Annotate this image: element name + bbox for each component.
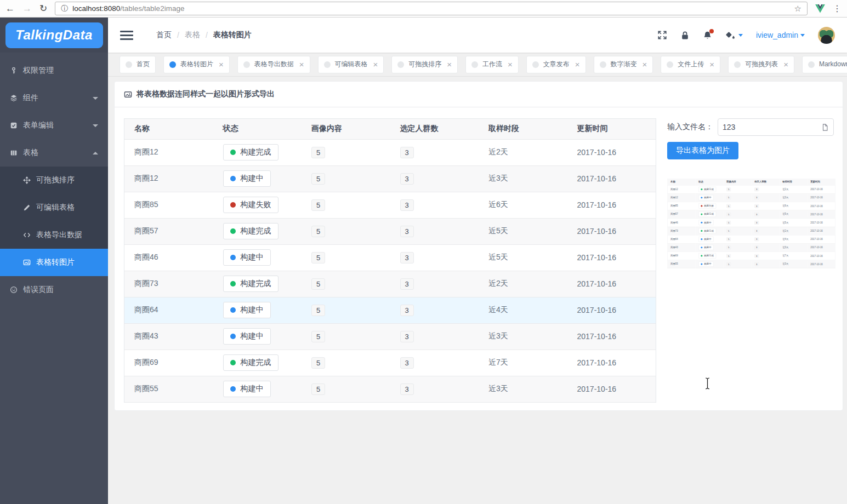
export-card: 将表格数据连同样式一起以图片形式导出 名称状态画像内容选定人群数取样时段更新时间… bbox=[114, 81, 843, 411]
table-row[interactable]: 商圈46 构建中 5 3 近5天 2017-10-16 bbox=[124, 244, 656, 271]
people-count-tag: 3 bbox=[400, 147, 414, 158]
chevron-down-icon bbox=[93, 124, 98, 127]
status-dot-icon bbox=[230, 386, 236, 392]
user-menu[interactable]: iview_admin bbox=[756, 31, 805, 39]
close-icon[interactable]: × bbox=[709, 60, 714, 68]
fullscreen-icon[interactable] bbox=[657, 30, 667, 40]
table-row[interactable]: 商圈12 构建完成 5 3 近2天 2017-10-16 bbox=[124, 139, 656, 165]
close-icon[interactable]: × bbox=[643, 60, 647, 68]
status-badge: 构建中 bbox=[698, 220, 713, 225]
sidebar-item-editable-table[interactable]: 可编辑表格 bbox=[0, 194, 108, 221]
reload-icon[interactable]: ↻ bbox=[39, 4, 47, 13]
table-row[interactable]: 商圈85 构建失败 5 3 近6天 2017-10-16 bbox=[124, 192, 656, 218]
sidebar-item-draggable-sort[interactable]: 可拖拽排序 bbox=[0, 167, 108, 194]
tab-dot-icon bbox=[532, 61, 539, 68]
cell-updated: 2017-10-16 bbox=[567, 271, 656, 297]
sidebar-item-error-pages[interactable]: 错误页面 bbox=[0, 276, 108, 303]
tab-editable-table[interactable]: 可编辑表格× bbox=[318, 56, 384, 73]
card-body: 名称状态画像内容选定人群数取样时段更新时间 商圈12 构建完成 5 3 近2天 … bbox=[115, 107, 843, 403]
tab-home[interactable]: 首页 bbox=[120, 56, 156, 73]
sidebar-item-permission[interactable]: 权限管理 bbox=[0, 57, 108, 84]
cell-updated: 2017-10-16 bbox=[807, 260, 835, 268]
table-row[interactable]: 商圈43 构建中 5 3 近3天 2017-10-16 bbox=[124, 323, 656, 350]
table-row: 商圈64 构建中 5 3 近4天 2017-10-16 bbox=[667, 235, 835, 243]
table-row[interactable]: 商圈12 构建中 5 3 近3天 2017-10-16 bbox=[124, 165, 656, 192]
theme-paint-icon[interactable] bbox=[725, 31, 743, 40]
column-header: 取样时段 bbox=[779, 179, 807, 185]
tab-workflow[interactable]: 工作流× bbox=[465, 56, 519, 73]
table-row[interactable]: 商圈57 构建完成 5 3 近5天 2017-10-16 bbox=[124, 218, 656, 244]
tab-number-gradient[interactable]: 数字渐变× bbox=[594, 56, 653, 73]
back-icon[interactable]: ← bbox=[5, 4, 15, 13]
status-dot-icon bbox=[230, 228, 236, 234]
cell-name: 商圈64 bbox=[124, 297, 213, 323]
close-icon[interactable]: × bbox=[575, 60, 580, 68]
status-badge: 构建完成 bbox=[698, 253, 716, 258]
close-icon[interactable]: × bbox=[783, 60, 788, 68]
tab-file-upload[interactable]: 文件上传× bbox=[661, 56, 720, 73]
tab-label: 文件上传 bbox=[678, 60, 704, 69]
sidebar-item-form-editor[interactable]: 表单编辑 bbox=[0, 112, 108, 139]
cell-updated: 2017-10-16 bbox=[807, 219, 835, 227]
bookmark-star-icon[interactable]: ☆ bbox=[794, 4, 801, 14]
cell-period: 近4天 bbox=[479, 297, 567, 323]
cell-period: 近3天 bbox=[479, 165, 567, 192]
page-info-icon[interactable]: ⓘ bbox=[61, 4, 68, 14]
sidebar-menu: 权限管理组件表单编辑表格可拖拽排序可编辑表格表格导出数据表格转图片错误页面 bbox=[0, 53, 108, 303]
sidebar-item-components[interactable]: 组件 bbox=[0, 84, 108, 112]
status-badge: 构建中 bbox=[223, 328, 271, 345]
url-bar[interactable]: ⓘ localhost:8080/tables/table2image ☆ bbox=[55, 2, 808, 15]
tab-markdown-editor[interactable]: Markdown编辑器× bbox=[802, 56, 847, 73]
cell-period: 近5天 bbox=[779, 210, 807, 219]
breadcrumb-home[interactable]: 首页 bbox=[156, 30, 172, 40]
portrait-count-tag: 5 bbox=[311, 199, 325, 211]
tab-draggable-sort[interactable]: 可拖拽排序× bbox=[391, 56, 458, 73]
status-badge: 构建中 bbox=[698, 195, 713, 200]
portrait-count-tag: 5 bbox=[311, 357, 325, 369]
cell-name: 商圈43 bbox=[667, 243, 695, 251]
lock-icon[interactable] bbox=[680, 31, 690, 40]
status-badge: 构建中 bbox=[223, 170, 271, 187]
cell-period: 近5天 bbox=[479, 244, 567, 271]
close-icon[interactable]: × bbox=[447, 60, 452, 68]
people-count-tag: 3 bbox=[754, 229, 759, 233]
forward-icon[interactable]: → bbox=[22, 4, 32, 13]
status-badge: 构建完成 bbox=[223, 144, 278, 161]
cell-updated: 2017-10-16 bbox=[567, 165, 656, 192]
people-count-tag: 3 bbox=[754, 254, 759, 258]
notification-bell-icon[interactable] bbox=[703, 31, 712, 40]
sidebar-item-table-to-image[interactable]: 表格转图片 bbox=[0, 249, 108, 276]
table-row[interactable]: 商圈55 构建中 5 3 近3天 2017-10-16 bbox=[124, 376, 656, 402]
cell-updated: 2017-10-16 bbox=[567, 218, 656, 244]
portrait-count-tag: 5 bbox=[726, 196, 731, 199]
table-row[interactable]: 商圈69 构建完成 5 3 近7天 2017-10-16 bbox=[124, 350, 656, 376]
tab-dot-icon bbox=[243, 61, 250, 68]
sidebar-item-export-data[interactable]: 表格导出数据 bbox=[0, 221, 108, 249]
column-header: 画像内容 bbox=[723, 179, 751, 185]
tab-dot-icon bbox=[126, 61, 132, 68]
close-icon[interactable]: × bbox=[219, 60, 224, 68]
filename-input[interactable] bbox=[723, 123, 821, 131]
cell-updated: 2017-10-16 bbox=[567, 376, 656, 402]
breadcrumb-tables[interactable]: 表格 bbox=[185, 30, 200, 40]
portrait-count-tag: 5 bbox=[726, 245, 731, 249]
close-icon[interactable]: × bbox=[299, 60, 304, 68]
avatar[interactable] bbox=[818, 27, 835, 44]
column-header: 状态 bbox=[213, 119, 302, 139]
hamburger-menu-icon[interactable] bbox=[120, 31, 133, 40]
close-icon[interactable]: × bbox=[373, 60, 378, 68]
portrait-count-tag: 5 bbox=[311, 226, 325, 237]
sidebar-item-tables[interactable]: 表格 bbox=[0, 139, 108, 167]
tab-article-publish[interactable]: 文章发布× bbox=[526, 56, 586, 73]
table-row[interactable]: 商圈64 构建中 5 3 近4天 2017-10-16 bbox=[124, 297, 656, 323]
table-row[interactable]: 商圈73 构建完成 5 3 近2天 2017-10-16 bbox=[124, 271, 656, 297]
tab-export-data[interactable]: 表格导出数据× bbox=[237, 56, 310, 73]
vue-devtools-icon[interactable] bbox=[815, 4, 825, 13]
browser-menu-icon[interactable]: ⋮ bbox=[833, 3, 842, 14]
app-logo[interactable]: TalkingData bbox=[5, 22, 103, 48]
cell-updated: 2017-10-16 bbox=[567, 350, 656, 376]
close-icon[interactable]: × bbox=[508, 60, 513, 68]
tab-draggable-list[interactable]: 可拖拽列表× bbox=[728, 56, 794, 73]
export-table-button[interactable]: 导出表格为图片 bbox=[667, 142, 738, 159]
tab-table-to-image[interactable]: 表格转图片× bbox=[163, 56, 230, 73]
